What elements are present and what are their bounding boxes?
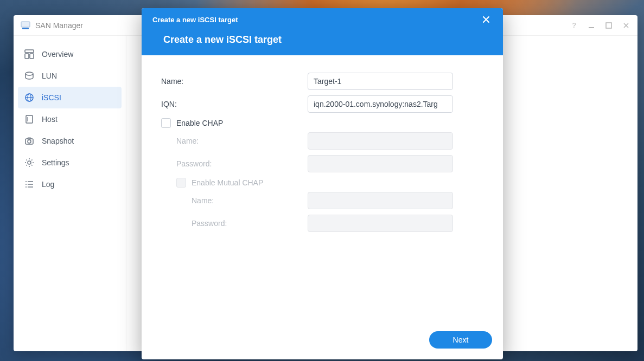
enable-chap-checkbox[interactable]: Enable CHAP <box>161 118 483 128</box>
chap-name-label: Name: <box>161 137 308 145</box>
modal-header: Create a new iSCSI target Create a new i… <box>142 8 503 55</box>
modal-backdrop: Create a new iSCSI target Create a new i… <box>0 0 644 361</box>
checkbox-icon <box>176 178 186 188</box>
mutual-name-label: Name: <box>161 196 308 205</box>
create-iscsi-target-dialog: Create a new iSCSI target Create a new i… <box>142 8 503 359</box>
iqn-label: IQN: <box>161 100 308 108</box>
modal-footer: Next <box>142 324 503 359</box>
name-field[interactable] <box>308 73 453 90</box>
desktop-background: SAN Manager ? <box>0 0 644 361</box>
enable-mutual-chap-checkbox: Enable Mutual CHAP <box>161 178 483 188</box>
next-button[interactable]: Next <box>429 331 492 349</box>
chap-password-label: Password: <box>161 159 308 168</box>
mutual-password-field <box>308 215 453 232</box>
chap-password-field <box>308 155 453 172</box>
enable-chap-label: Enable CHAP <box>176 119 223 127</box>
iqn-field[interactable] <box>308 95 453 113</box>
modal-title: Create a new iSCSI target <box>152 34 492 46</box>
name-label: Name: <box>161 77 308 86</box>
close-icon[interactable] <box>480 15 492 24</box>
mutual-password-label: Password: <box>161 219 308 228</box>
checkbox-icon <box>161 118 171 128</box>
chap-name-field <box>308 132 453 150</box>
mutual-name-field <box>308 192 453 209</box>
modal-breadcrumb: Create a new iSCSI target <box>152 16 238 24</box>
modal-body: Name: IQN: Enable CHAP Name: <box>142 55 503 324</box>
enable-mutual-chap-label: Enable Mutual CHAP <box>192 178 263 187</box>
